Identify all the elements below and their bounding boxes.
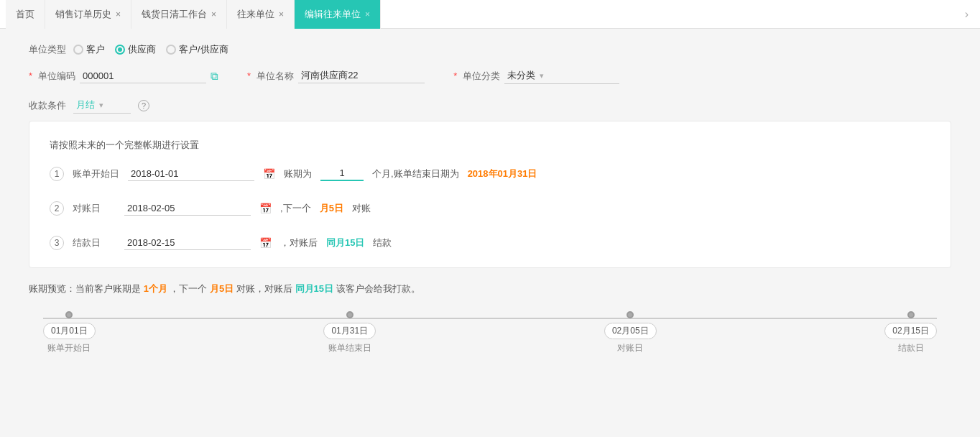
tab-sales-history[interactable]: 销售订单历史 × xyxy=(45,0,131,29)
tab-edit-partner-label: 编辑往来单位 xyxy=(305,8,361,21)
card-title: 请按照未来的一个完整帐期进行设置 xyxy=(50,139,930,152)
help-icon[interactable]: ? xyxy=(138,100,149,111)
timeline-dot-3 xyxy=(627,311,634,318)
timeline-line xyxy=(43,318,937,319)
preview-section: 账期预览：当前客户账期是 1个月 ，下一个 月5日 对账，对账后 同月15日 该… xyxy=(29,282,951,354)
row-label-1: 账单开始日 xyxy=(73,167,119,180)
code-label: 单位编码 xyxy=(38,70,75,83)
preview-day5: 月5日 xyxy=(210,283,234,294)
tab-partner[interactable]: 往来单位 × xyxy=(227,0,295,29)
payment-value: 月结 xyxy=(76,98,95,111)
category-field: * 单位分类 未分类 ▾ xyxy=(453,68,619,84)
timeline-node-2: 01月31日 账单结束日 xyxy=(323,311,376,354)
unit-type-label: 单位类型 xyxy=(29,43,66,56)
name-field: * 单位名称 xyxy=(247,69,425,83)
preview-suffix: 该客户会给我打款。 xyxy=(336,283,420,294)
timeline-label-1: 账单开始日 xyxy=(47,342,91,354)
radio-customer-label: 客户 xyxy=(86,43,105,56)
radio-supplier[interactable]: 供应商 xyxy=(115,43,156,56)
code-input[interactable] xyxy=(80,69,206,83)
timeline-section: 01月01日 账单开始日 01月31日 账单结束日 02月05日 对账日 xyxy=(29,311,951,354)
timeline-track: 01月01日 账单开始日 01月31日 账单结束日 02月05日 对账日 xyxy=(43,311,937,354)
radio-circle-supplier xyxy=(115,45,125,55)
pay-desc-pre: ，对账后 xyxy=(280,236,318,249)
radio-customer[interactable]: 客户 xyxy=(73,43,105,56)
category-value: 未分类 xyxy=(507,69,535,82)
close-icon[interactable]: × xyxy=(365,9,370,19)
pay-date-input[interactable] xyxy=(124,236,251,250)
row-label-2: 对账日 xyxy=(73,202,116,215)
preview-day15: 同月15日 xyxy=(295,283,333,294)
name-label: 单位名称 xyxy=(256,70,294,83)
payment-label: 收款条件 xyxy=(29,99,66,112)
copy-icon[interactable]: ⧉ xyxy=(211,70,218,83)
tab-cash-work-label: 钱货日清工作台 xyxy=(142,8,207,21)
row-num-2: 2 xyxy=(50,201,64,216)
reconcile-desc-pre: ,下一个 xyxy=(280,202,311,215)
calendar-icon-3[interactable]: 📅 xyxy=(259,237,272,249)
code-field: * 单位编码 ⧉ xyxy=(29,69,218,83)
tab-more-arrow[interactable]: › xyxy=(959,8,974,21)
timeline-badge-3: 02月05日 xyxy=(604,323,657,339)
radio-both-label: 客户/供应商 xyxy=(179,43,228,56)
pay-desc-highlight: 同月15日 xyxy=(326,236,364,249)
setting-row-2: 2 对账日 📅 ,下一个 月5日 对账 xyxy=(50,201,930,216)
category-label: 单位分类 xyxy=(463,70,500,83)
timeline-dot-2 xyxy=(346,311,353,318)
timeline-label-3: 对账日 xyxy=(617,342,643,354)
close-icon[interactable]: × xyxy=(211,9,216,19)
row-num-1: 1 xyxy=(50,167,64,181)
close-icon[interactable]: × xyxy=(279,9,284,19)
timeline-dot-4 xyxy=(907,311,915,318)
setting-row-3: 3 结款日 📅 ，对账后 同月15日 结款 xyxy=(50,236,930,250)
timeline-node-4: 02月15日 结款日 xyxy=(884,311,937,354)
preview-mid2: 对账，对账后 xyxy=(236,283,292,294)
reconcile-desc-post: 对账 xyxy=(352,202,371,215)
pay-desc-post: 结款 xyxy=(373,236,392,249)
settings-card: 请按照未来的一个完整帐期进行设置 1 账单开始日 📅 账期为 个月,账单结束日期… xyxy=(29,121,951,268)
tab-home[interactable]: 首页 xyxy=(6,0,45,29)
tab-cash-work[interactable]: 钱货日清工作台 × xyxy=(131,0,227,29)
period-suffix: 个月,账单结束日期为 xyxy=(372,167,459,180)
timeline-badge-2: 01月31日 xyxy=(323,323,376,339)
timeline-badge-1: 01月01日 xyxy=(43,323,96,339)
required-star-name: * xyxy=(247,70,251,81)
required-star-category: * xyxy=(453,70,457,81)
period-prefix: 账期为 xyxy=(284,167,312,180)
row-label-3: 结款日 xyxy=(73,236,116,249)
radio-circle-both xyxy=(166,45,176,55)
timeline-dot-1 xyxy=(65,311,73,318)
payment-chevron-icon: ▾ xyxy=(99,101,103,110)
period-end: 2018年01月31日 xyxy=(468,167,537,180)
code-name-category-row: * 单位编码 ⧉ * 单位名称 * 单位分类 未分类 ▾ xyxy=(29,68,951,84)
calendar-icon-1[interactable]: 📅 xyxy=(263,168,275,180)
payment-dropdown[interactable]: 月结 ▾ xyxy=(73,97,131,114)
tab-partner-label: 往来单位 xyxy=(237,8,274,21)
close-icon[interactable]: × xyxy=(116,9,121,19)
tabs-bar: 首页 销售订单历史 × 钱货日清工作台 × 往来单位 × 编辑往来单位 × › xyxy=(0,0,980,29)
category-dropdown[interactable]: 未分类 ▾ xyxy=(504,68,619,84)
payment-row: 收款条件 月结 ▾ ? xyxy=(29,97,951,114)
reconcile-desc-highlight: 月5日 xyxy=(320,202,343,215)
reconcile-date-input[interactable] xyxy=(124,201,251,216)
tab-home-label: 首页 xyxy=(16,8,34,21)
tab-sales-history-label: 销售订单历史 xyxy=(55,8,111,21)
start-date-input[interactable] xyxy=(128,167,254,181)
name-input[interactable] xyxy=(298,69,425,83)
calendar-icon-2[interactable]: 📅 xyxy=(259,203,272,214)
timeline-badge-4: 02月15日 xyxy=(884,323,937,339)
preview-text: 账期预览：当前客户账期是 1个月 ，下一个 月5日 对账，对账后 同月15日 该… xyxy=(29,282,951,295)
timeline-node-3: 02月05日 对账日 xyxy=(604,311,657,354)
row-num-3: 3 xyxy=(50,236,64,250)
preview-mid1: ，下一个 xyxy=(170,283,207,294)
preview-prefix: 账期预览：当前客户账期是 xyxy=(29,283,141,294)
setting-row-1: 1 账单开始日 📅 账期为 个月,账单结束日期为 2018年01月31日 xyxy=(50,166,930,181)
radio-supplier-label: 供应商 xyxy=(128,43,156,56)
tab-edit-partner[interactable]: 编辑往来单位 × xyxy=(295,0,381,29)
unit-type-row: 单位类型 客户 供应商 客户/供应商 xyxy=(29,43,951,56)
main-content: 单位类型 客户 供应商 客户/供应商 * 单位编码 ⧉ * 单位名称 xyxy=(0,29,980,437)
period-input[interactable] xyxy=(320,166,364,181)
chevron-down-icon: ▾ xyxy=(540,71,544,80)
timeline-label-4: 结款日 xyxy=(898,342,924,354)
radio-both[interactable]: 客户/供应商 xyxy=(166,43,228,56)
